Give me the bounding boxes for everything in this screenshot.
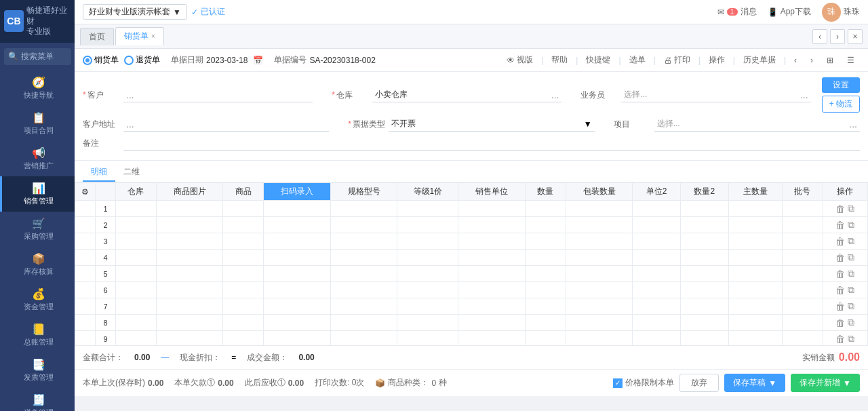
sidebar-item-tax[interactable]: 🧾 税务管理	[0, 388, 75, 411]
invoice-select[interactable]: 不开票 ▼	[389, 117, 594, 132]
delete-icon[interactable]: 🗑	[835, 301, 845, 312]
sidebar-item-ledger[interactable]: 📒 总账管理	[0, 317, 75, 353]
copy-icon[interactable]: ⧉	[848, 317, 854, 328]
grid-view-button[interactable]: ⊞	[821, 54, 839, 66]
content-tabs: 明细 二维	[75, 161, 868, 182]
project-field: 项目 选择... ...	[614, 117, 860, 132]
th-product-image[interactable]: 商品图片	[156, 183, 223, 201]
copy-icon[interactable]: ⧉	[848, 235, 854, 247]
form-actions: 👁视版 | 帮助 | 快捷键 | 选单 | 🖨打印 | 操作 | 历史单据 | …	[501, 53, 860, 67]
operation-button[interactable]: 操作	[703, 53, 730, 67]
add-logistics-button[interactable]: + 物流	[822, 96, 860, 113]
sidebar-item-marketing[interactable]: 📢 营销推广	[0, 141, 75, 176]
search-menu-item[interactable]: 🔍 搜索菜单	[4, 48, 71, 65]
sidebar-item-project[interactable]: 📋 项目合同	[0, 106, 75, 141]
warehouse-dots[interactable]: ...	[551, 90, 559, 100]
delete-icon[interactable]: 🗑	[835, 236, 845, 247]
sidebar-item-inventory[interactable]: 📦 库存核算	[0, 247, 75, 282]
form-row-2: 客户地址 ... *票据类型 不开票 ▼ 项目 选择... ...	[83, 117, 860, 132]
warehouse-input[interactable]: 小卖仓库 ...	[372, 87, 561, 102]
print-count-item: 打印次数: 0次	[315, 377, 364, 389]
message-action[interactable]: ✉ 1 消息	[717, 6, 757, 18]
copy-icon[interactable]: ⧉	[848, 219, 854, 231]
th-pack-qty[interactable]: 包装数量	[566, 183, 633, 201]
shortcut-button[interactable]: 快捷键	[580, 53, 616, 67]
th-unit2[interactable]: 单位2	[633, 183, 681, 201]
copy-icon[interactable]: ⧉	[848, 268, 854, 279]
th-main-qty[interactable]: 主数量	[728, 183, 782, 201]
copy-icon[interactable]: ⧉	[848, 252, 854, 263]
tab-prev-button[interactable]: ‹	[812, 29, 827, 44]
tab-close-all-button[interactable]: ×	[848, 29, 863, 44]
sidebar-item-sales[interactable]: 📊 销售管理	[0, 176, 75, 212]
help-button[interactable]: 帮助	[546, 53, 573, 67]
user-action[interactable]: 珠 珠珠	[822, 3, 860, 22]
tab-home[interactable]: 首页	[80, 28, 114, 45]
delete-icon[interactable]: 🗑	[835, 220, 845, 231]
address-dots[interactable]: ...	[126, 119, 134, 130]
delete-icon[interactable]: 🗑	[835, 252, 845, 263]
address-input[interactable]: ...	[123, 117, 329, 132]
radio-return[interactable]: 退货单	[124, 54, 160, 66]
copy-icon[interactable]: ⧉	[848, 284, 854, 296]
th-price[interactable]: 等级1价	[397, 183, 458, 201]
info-icon[interactable]: —	[161, 353, 169, 362]
save-new-button[interactable]: 保存并新增 ▼	[791, 374, 860, 392]
tax-icon: 🧾	[32, 393, 45, 406]
copy-icon[interactable]: ⧉	[848, 300, 854, 312]
radio-sales[interactable]: 销货单	[83, 54, 119, 66]
th-qty2[interactable]: 数量2	[680, 183, 728, 201]
radio-dot-return	[124, 56, 134, 65]
sidebar-item-finance[interactable]: 💰 资金管理	[0, 282, 75, 317]
company-selector[interactable]: 好业财专业版演示帐套 ▼	[83, 4, 187, 20]
setup-button[interactable]: 设置	[822, 77, 860, 93]
sidebar-item-invoice[interactable]: 📑 发票管理	[0, 353, 75, 388]
delete-icon[interactable]: 🗑	[835, 203, 845, 214]
calendar-icon[interactable]: 📅	[253, 56, 263, 65]
staff-input[interactable]: 选择... ...	[621, 87, 810, 102]
staff-dots[interactable]: ...	[800, 90, 808, 100]
price-check-checkbox[interactable]: ✓	[613, 378, 623, 388]
customer-input[interactable]: ...	[123, 87, 313, 102]
tab-detail[interactable]: 明细	[83, 163, 115, 182]
delete-icon[interactable]: 🗑	[835, 317, 845, 328]
select-button[interactable]: 选单	[624, 53, 651, 67]
amount-total-label: 金额合计：	[83, 352, 123, 364]
message-icon: ✉	[717, 7, 724, 17]
delete-icon[interactable]: 🗑	[835, 334, 845, 345]
next-record-button[interactable]: ›	[805, 54, 818, 66]
remark-input[interactable]	[123, 136, 860, 151]
th-spec[interactable]: 规格型号	[330, 183, 397, 201]
save-draft-button[interactable]: 保存草稿 ▼	[724, 374, 785, 392]
discard-button[interactable]: 放弃	[679, 374, 719, 392]
deal-amount-value: 0.00	[298, 353, 314, 362]
history-button[interactable]: 历史单据	[738, 53, 781, 67]
th-scan[interactable]: 扫码录入	[264, 183, 331, 201]
th-batch[interactable]: 批号	[782, 183, 823, 201]
delete-icon[interactable]: 🗑	[835, 269, 845, 279]
app-download-action[interactable]: 📱 App下载	[768, 6, 811, 18]
project-dots[interactable]: ...	[849, 119, 857, 130]
nav-icon: 🧭	[32, 76, 45, 89]
th-product[interactable]: 商品	[223, 183, 264, 201]
prev-record-button[interactable]: ‹	[789, 54, 802, 66]
tab-next-button[interactable]: ›	[830, 29, 845, 44]
list-view-button[interactable]: ☰	[842, 54, 860, 66]
th-unit[interactable]: 销售单位	[458, 183, 526, 201]
sidebar: CB 畅捷通好业财 专业版 🔍 搜索菜单 🧭 快捷导航 📋 项目合同 📢 营销推…	[0, 0, 75, 411]
sidebar-item-nav[interactable]: 🧭 快捷导航	[0, 71, 75, 106]
copy-icon[interactable]: ⧉	[848, 203, 854, 214]
delete-icon[interactable]: 🗑	[835, 285, 845, 296]
th-warehouse[interactable]: 仓库	[116, 183, 157, 201]
tab-close-button[interactable]: ×	[151, 33, 155, 40]
print-button[interactable]: 🖨打印	[658, 53, 696, 67]
copy-icon[interactable]: ⧉	[848, 333, 854, 345]
th-qty[interactable]: 数量	[525, 183, 566, 201]
sidebar-item-purchase[interactable]: 🛒 采购管理	[0, 212, 75, 247]
tab-sales-order[interactable]: 销货单 ×	[115, 27, 164, 45]
project-input[interactable]: 选择... ...	[654, 117, 860, 132]
customer-dots[interactable]: ...	[126, 90, 134, 100]
th-settings[interactable]: ⚙	[75, 183, 96, 201]
view-button[interactable]: 👁视版	[501, 53, 538, 67]
tab-2d[interactable]: 二维	[115, 163, 148, 182]
